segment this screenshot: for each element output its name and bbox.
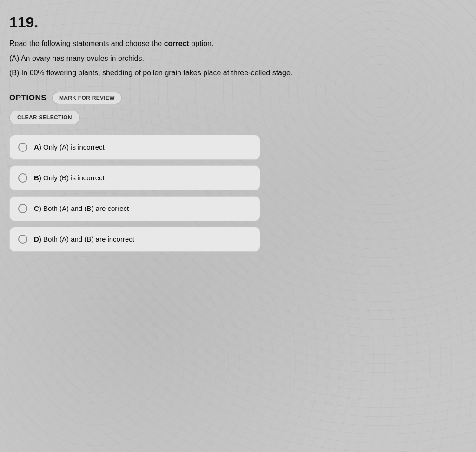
statement-a: (A) An ovary has many ovules in orchids. — [9, 52, 467, 65]
radio-c — [18, 204, 27, 213]
options-label: OPTIONS — [9, 93, 46, 103]
option-b[interactable]: B) Only (B) is incorrect — [9, 165, 260, 190]
mark-for-review-button[interactable]: MARK FOR REVIEW — [52, 92, 122, 104]
statement-b: (B) In 60% flowering plants, shedding of… — [9, 67, 467, 79]
clear-selection-button[interactable]: CLEAR SELECTION — [9, 111, 80, 124]
radio-b — [18, 173, 27, 183]
options-header: OPTIONS MARK FOR REVIEW — [9, 92, 467, 104]
question-instruction: Read the following statements and choose… — [9, 38, 467, 50]
options-list: A) Only (A) is incorrect B) Only (B) is … — [9, 135, 467, 252]
radio-d — [18, 235, 27, 244]
radio-a — [18, 143, 27, 152]
option-c[interactable]: C) Both (A) and (B) are correct — [9, 196, 260, 221]
option-a-text: A) Only (A) is incorrect — [34, 143, 105, 151]
option-b-text: B) Only (B) is incorrect — [34, 174, 105, 182]
option-c-text: C) Both (A) and (B) are correct — [34, 204, 129, 212]
option-d[interactable]: D) Both (A) and (B) are incorrect — [9, 227, 260, 252]
option-a[interactable]: A) Only (A) is incorrect — [9, 135, 260, 160]
question-number: 119. — [9, 14, 467, 31]
option-d-text: D) Both (A) and (B) are incorrect — [34, 235, 134, 243]
